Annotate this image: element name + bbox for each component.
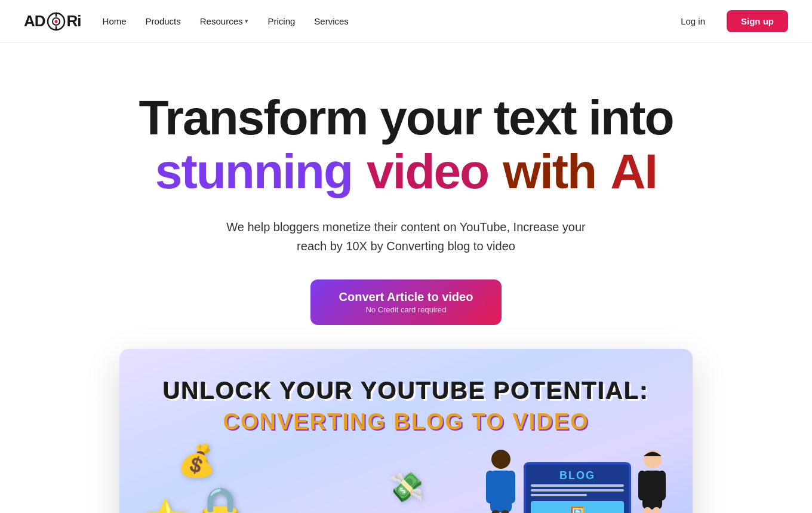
logo-text-part3: Ri: [67, 12, 81, 30]
person-right-icon: [636, 444, 669, 513]
deco-left: 💰 ⭐ 🔒: [143, 443, 250, 513]
navbar: AD Ri Home Products Resources ▾: [0, 0, 812, 43]
blog-line-2: [531, 489, 624, 492]
nav-item-home[interactable]: Home: [103, 16, 127, 27]
nav-home-link[interactable]: Home: [103, 16, 127, 26]
thumbnail-container: UNLOCK YOUR YOUTUBE POTENTIAL: CONVERTIN…: [119, 349, 693, 513]
svg-rect-13: [638, 471, 646, 500]
nav-resources-link[interactable]: Resources: [200, 16, 243, 26]
deco-right: BLOG 🖼️: [483, 444, 669, 513]
svg-rect-9: [491, 510, 500, 513]
login-button[interactable]: Log in: [671, 11, 715, 31]
hero-section: Transform your text into stunning video …: [0, 43, 812, 513]
money-bag-icon: 💰: [177, 443, 216, 479]
cta-sub-label: No Credit card required: [365, 305, 446, 314]
blog-monitor: BLOG 🖼️: [524, 462, 631, 513]
svg-rect-14: [658, 471, 666, 500]
nav-item-pricing[interactable]: Pricing: [267, 16, 295, 27]
hero-word-stunning: stunning: [155, 145, 352, 198]
hero-word-video: video: [367, 145, 488, 198]
nav-item-products[interactable]: Products: [146, 16, 181, 27]
logo-text-part1: AD: [24, 12, 45, 30]
svg-rect-8: [507, 471, 515, 503]
convert-article-button[interactable]: Convert Article to video No Credit card …: [310, 279, 502, 325]
svg-rect-16: [653, 507, 660, 513]
blog-label: BLOG: [531, 469, 624, 482]
hero-title-line1: Transform your text into: [12, 91, 800, 145]
svg-rect-12: [642, 471, 662, 509]
hero-title-line2: stunning video with AI: [12, 145, 800, 198]
svg-point-5: [491, 450, 510, 469]
svg-rect-7: [486, 471, 494, 503]
nav-item-services[interactable]: Services: [314, 16, 349, 27]
hero-subtitle: We help bloggers monetize their content …: [12, 217, 800, 256]
svg-point-11: [644, 450, 662, 468]
nav-left: AD Ri Home Products Resources ▾: [24, 12, 349, 31]
image-icon: 🖼️: [570, 506, 585, 513]
svg-rect-10: [501, 510, 509, 513]
logo-icon: [47, 12, 66, 31]
cta-wrapper: Convert Article to video No Credit card …: [12, 279, 800, 325]
hero-subtitle-line2: reach by 10X by Converting blog to video: [297, 239, 515, 253]
thumbnail-title-1: UNLOCK YOUR YOUTUBE POTENTIAL:: [143, 377, 669, 404]
chevron-down-icon: ▾: [245, 17, 248, 25]
blog-line-1: [531, 484, 624, 487]
blog-image-placeholder: 🖼️: [531, 501, 624, 513]
hero-word-ai: AI: [610, 145, 657, 198]
svg-rect-6: [490, 471, 512, 512]
blog-line-3: [531, 494, 587, 496]
hero-word-with: with: [503, 145, 596, 198]
nav-item-resources[interactable]: Resources ▾: [200, 16, 249, 26]
cta-main-label: Convert Article to video: [339, 290, 473, 304]
star-trophy-icon: ⭐: [143, 497, 188, 513]
nav-right: Log in Sign up: [671, 10, 788, 32]
thumbnail-title-2: CONVERTING BLOG TO VIDEO: [143, 409, 669, 435]
nav-pricing-link[interactable]: Pricing: [267, 16, 295, 26]
lock-icon: 🔒: [190, 484, 250, 513]
deco-flying-money: 💸: [388, 471, 424, 504]
video-thumbnail: UNLOCK YOUR YOUTUBE POTENTIAL: CONVERTIN…: [119, 349, 693, 513]
logo[interactable]: AD Ri: [24, 12, 81, 31]
signup-button[interactable]: Sign up: [727, 10, 788, 32]
svg-point-2: [54, 20, 57, 23]
svg-rect-15: [644, 507, 651, 513]
nav-resources-dropdown[interactable]: Resources ▾: [200, 16, 249, 26]
nav-links: Home Products Resources ▾ Pricing Servic…: [103, 16, 349, 27]
nav-services-link[interactable]: Services: [314, 16, 349, 26]
hero-subtitle-line1: We help bloggers monetize their content …: [226, 220, 586, 234]
nav-products-link[interactable]: Products: [146, 16, 181, 26]
person-left-icon: [483, 444, 519, 513]
